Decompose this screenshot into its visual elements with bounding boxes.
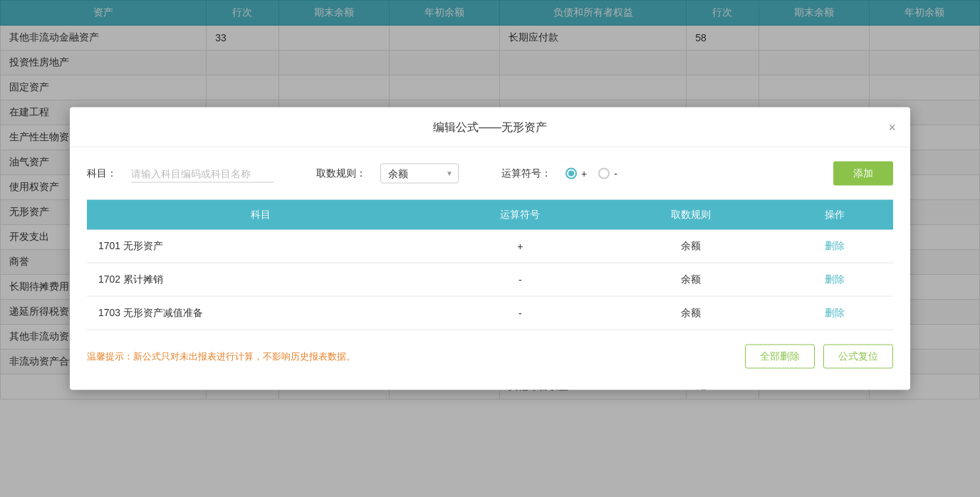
form-row: 科目： 取数规则： 余额 借方发生额 贷方发生额 ▼ 运算符号： + - 添加 — [70, 147, 910, 200]
edit-formula-modal: 编辑公式——无形资产 × 科目： 取数规则： 余额 借方发生额 贷方发生额 ▼ … — [70, 108, 910, 390]
modal-footer: 温馨提示：新公式只对未出报表进行计算，不影响历史报表数据。 全部删除 公式复位 — [70, 330, 910, 369]
radio-plus-label: + — [581, 168, 587, 179]
cell-action: 删除 — [776, 263, 893, 296]
cell-rule: 余额 — [605, 230, 776, 263]
delete-all-button[interactable]: 全部删除 — [745, 345, 815, 369]
rule-select[interactable]: 余额 借方发生额 贷方发生额 — [380, 164, 459, 184]
modal-title: 编辑公式——无形资产 — [433, 120, 547, 135]
delete-row-button[interactable]: 删除 — [825, 240, 845, 253]
cell-operator: - — [434, 263, 605, 296]
table-row: 1702 累计摊销-余额删除 — [87, 263, 893, 296]
col-operator: 运算符号 — [434, 200, 605, 230]
operator-radio-group: + - — [565, 168, 617, 179]
footer-buttons: 全部删除 公式复位 — [745, 345, 893, 369]
cell-operator: - — [434, 296, 605, 330]
table-header-row: 科目 运算符号 取数规则 操作 — [87, 200, 893, 230]
cell-rule: 余额 — [605, 263, 776, 296]
subject-label: 科目： — [87, 167, 117, 180]
delete-row-button[interactable]: 删除 — [825, 273, 845, 286]
radio-minus-label: - — [614, 168, 617, 179]
reset-formula-button[interactable]: 公式复位 — [823, 345, 893, 369]
data-table-wrap: 科目 运算符号 取数规则 操作 1701 无形资产+余额删除1702 累计摊销-… — [70, 200, 910, 330]
col-action: 操作 — [776, 200, 893, 230]
operator-label: 运算符号： — [501, 167, 551, 180]
table-row: 1703 无形资产减值准备-余额删除 — [87, 296, 893, 330]
modal-close-button[interactable]: × — [888, 120, 896, 133]
subject-input[interactable] — [131, 164, 273, 182]
radio-plus-circle — [565, 168, 577, 179]
cell-operator: + — [434, 230, 605, 263]
cell-subject: 1701 无形资产 — [87, 230, 434, 263]
radio-minus[interactable]: - — [598, 168, 617, 179]
col-rule: 取数规则 — [605, 200, 776, 230]
add-button[interactable]: 添加 — [833, 162, 893, 186]
cell-subject: 1702 累计摊销 — [87, 263, 434, 296]
col-subject: 科目 — [87, 200, 434, 230]
cell-subject: 1703 无形资产减值准备 — [87, 296, 434, 330]
delete-row-button[interactable]: 删除 — [825, 307, 845, 320]
rule-label: 取数规则： — [316, 167, 366, 180]
cell-action: 删除 — [776, 230, 893, 263]
modal-header: 编辑公式——无形资产 × — [70, 108, 910, 147]
table-row: 1701 无形资产+余额删除 — [87, 230, 893, 263]
cell-action: 删除 — [776, 296, 893, 330]
cell-rule: 余额 — [605, 296, 776, 330]
radio-minus-circle — [598, 168, 610, 179]
radio-plus[interactable]: + — [565, 168, 587, 179]
tip-text: 温馨提示：新公式只对未出报表进行计算，不影响历史报表数据。 — [87, 350, 355, 363]
formula-table: 科目 运算符号 取数规则 操作 1701 无形资产+余额删除1702 累计摊销-… — [87, 200, 893, 330]
rule-select-wrap[interactable]: 余额 借方发生额 贷方发生额 ▼ — [380, 164, 459, 184]
